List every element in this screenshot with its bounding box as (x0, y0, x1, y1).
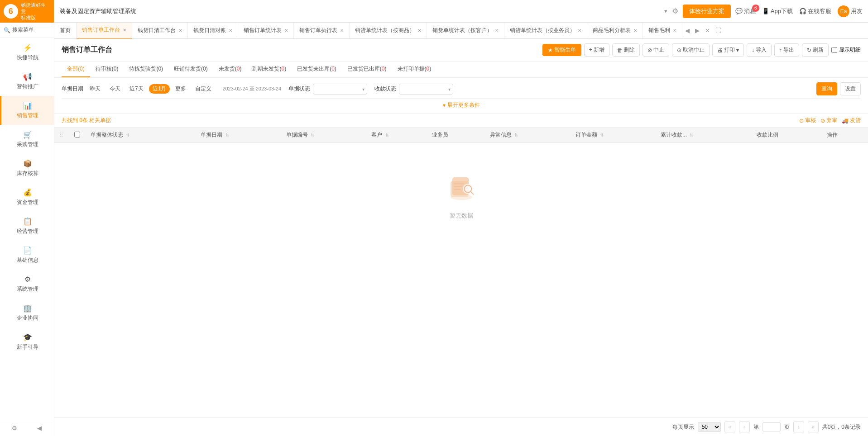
filter-tab-pending-review[interactable]: 待审核(0) (90, 62, 124, 77)
tab-sales-single-product[interactable]: 销货单统计表（按商品） ✕ (350, 23, 427, 39)
tab-close-sales-profit[interactable]: ✕ (673, 28, 676, 33)
select-all-checkbox[interactable] (74, 132, 80, 137)
collected-sort-icon[interactable]: ⇅ (690, 133, 693, 137)
status-sort-icon[interactable]: ⇅ (126, 133, 129, 137)
collapse-button[interactable]: ◀ (29, 425, 51, 431)
customer-sort-icon[interactable]: ⇅ (385, 133, 389, 137)
filter-tabs: 全部(0) 待审核(0) 待拣货验货(0) 旺铺待发货(0) 未发货(0) 到期… (54, 62, 868, 78)
sidebar-item-purchase[interactable]: 🛒 采购管理 (0, 125, 54, 154)
expand-filters-button[interactable]: ▾ 展开更多条件 (62, 98, 861, 109)
sidebar-item-system[interactable]: ⚙ 系统管理 (0, 270, 54, 299)
query-button[interactable]: 查询 (816, 82, 837, 95)
tab-close-all-button[interactable]: ✕ (702, 27, 713, 34)
date-more[interactable]: 更多 (172, 84, 190, 94)
filter-tab-not-shipped[interactable]: 未发货(0) (213, 62, 247, 77)
dropdown-icon[interactable]: ▾ (664, 8, 667, 14)
last-page-button[interactable]: » (808, 422, 819, 432)
filter-tab-shipped-out[interactable]: 已发货已出库(0) (342, 62, 392, 77)
exception-sort-icon[interactable]: ⇅ (514, 133, 518, 137)
tab-close-cash-reconcile[interactable]: ✕ (229, 28, 232, 33)
suspend-button[interactable]: ⊘ 中止 (643, 43, 669, 57)
tab-close-sales-stats[interactable]: ✕ (284, 28, 288, 33)
app-download-button[interactable]: 📱 App下载 (762, 7, 793, 15)
date-yesterday[interactable]: 昨天 (86, 84, 104, 94)
sidebar-search[interactable]: 🔍 搜索菜单 (0, 23, 54, 38)
page-size-select[interactable]: 50 100 200 (698, 422, 721, 432)
svg-line-5 (470, 192, 473, 194)
sidebar-item-inventory[interactable]: 📦 库存核算 (0, 154, 54, 183)
sidebar-item-enterprise[interactable]: 🏢 企业协同 (0, 299, 54, 327)
message-button[interactable]: 💬 消息 6 (735, 7, 756, 15)
tab-next-button[interactable]: ▶ (692, 27, 702, 34)
tab-close-cash-daily[interactable]: ✕ (178, 28, 182, 33)
tab-close-sales-single-staff[interactable]: ✕ (578, 28, 581, 33)
tab-gross-margin[interactable]: 商品毛利分析表 ✕ (587, 23, 643, 39)
tab-prev-button[interactable]: ◀ (682, 27, 692, 34)
date-7days[interactable]: 近7天 (126, 84, 147, 94)
date-custom[interactable]: 自定义 (192, 84, 215, 94)
action-col-header: 操作 (822, 128, 868, 143)
show-detail-checkbox[interactable] (831, 47, 837, 53)
filter-tab-overdue[interactable]: 到期未发货(0) (247, 62, 292, 77)
tab-close-sales-single-product[interactable]: ✕ (417, 28, 421, 33)
delete-button[interactable]: 🗑 删除 (612, 43, 640, 57)
tab-sales-profit[interactable]: 销售毛利 ✕ (643, 23, 682, 39)
filter-tab-shipped-not-out[interactable]: 已发货未出库(0) (292, 62, 342, 77)
show-detail-checkbox-label[interactable]: 显示明细 (831, 46, 861, 54)
sidebar-item-quick-nav[interactable]: ⚡ 快捷导航 (0, 38, 54, 67)
tab-close-sales-workbench[interactable]: ✕ (123, 28, 126, 33)
settings-gear-button[interactable]: ⚙ (4, 425, 25, 431)
ship-button[interactable]: 🚚 发货 (842, 117, 861, 124)
online-service-button[interactable]: 🎧 在线客服 (799, 7, 831, 15)
industry-solution-button[interactable]: 体验行业方案 (683, 5, 731, 18)
add-button[interactable]: + 新增 (584, 43, 609, 57)
import-button[interactable]: ↓ 导入 (747, 43, 772, 57)
refresh-button[interactable]: ↻ 刷新 (802, 43, 829, 57)
amount-sort-icon[interactable]: ⇅ (600, 133, 604, 137)
filter-tab-pending-inspect[interactable]: 待拣货验货(0) (124, 62, 168, 77)
number-sort-icon[interactable]: ⇅ (311, 133, 314, 137)
approve-button[interactable]: ⊙ 审核 (799, 117, 816, 124)
filter-tab-not-printed[interactable]: 未打印单据(0) (392, 62, 437, 77)
payment-select[interactable] (399, 84, 453, 95)
print-button[interactable]: 🖨 打印 ▾ (712, 43, 744, 57)
tab-close-gross-margin[interactable]: ✕ (633, 28, 637, 33)
export-button[interactable]: ↑ 导出 (774, 43, 799, 57)
prev-page-button[interactable]: ‹ (739, 422, 750, 432)
tab-sales-single-staff[interactable]: 销货单统计表（按业务员） ✕ (504, 23, 587, 39)
next-page-button[interactable]: › (793, 422, 804, 432)
status-select[interactable] (313, 84, 367, 95)
date-today[interactable]: 今天 (106, 84, 124, 94)
settings-icon[interactable]: ⚙ (672, 7, 678, 15)
tab-close-sales-exec[interactable]: ✕ (340, 28, 344, 33)
sidebar-item-newbie[interactable]: 🎓 新手引导 (0, 327, 54, 356)
print-dropdown-icon[interactable]: ▾ (736, 47, 739, 53)
smart-generate-button[interactable]: ★ 智能生单 (542, 44, 581, 56)
system-icon: ⚙ (24, 275, 31, 284)
cancel-suspend-button[interactable]: ⊙ 取消中止 (672, 43, 710, 57)
data-table: ⠿ 单据整体状态 ⇅ 单据日期 ⇅ 单据编号 (54, 128, 868, 143)
tab-sales-stats[interactable]: 销售订单统计表 ✕ (238, 23, 294, 39)
tab-close-sales-single-customer[interactable]: ✕ (495, 28, 499, 33)
first-page-button[interactable]: « (724, 422, 735, 432)
sidebar-item-marketing[interactable]: 📢 营销推广 (0, 67, 54, 96)
filter-settings-button[interactable]: 设置 (840, 82, 861, 95)
sidebar-item-basic-info[interactable]: 📄 基础信息 (0, 241, 54, 270)
tab-sales-exec[interactable]: 销售订单执行表 ✕ (294, 23, 350, 39)
date-sort-icon[interactable]: ⇅ (225, 133, 229, 137)
sidebar-item-sales[interactable]: 📊 销售管理 (0, 96, 54, 125)
page-number-input[interactable]: 1 (762, 422, 781, 431)
unapprove-button[interactable]: ⊘ 弃审 (820, 117, 837, 124)
filter-tab-all[interactable]: 全部(0) (62, 62, 90, 77)
sidebar-item-finance[interactable]: 💰 资金管理 (0, 183, 54, 212)
tab-cash-daily[interactable]: 钱货日清工作台 ✕ (132, 23, 188, 39)
filter-tab-wangpu[interactable]: 旺铺待发货(0) (168, 62, 213, 77)
tab-cash-reconcile[interactable]: 钱货日清对账 ✕ (188, 23, 238, 39)
user-button[interactable]: Ea 用友 (838, 5, 863, 17)
tab-sales-single-customer[interactable]: 销货单统计表（按客户） ✕ (427, 23, 504, 39)
tab-sales-workbench[interactable]: 销售订单工作台 ✕ (77, 23, 132, 39)
tab-expand-button[interactable]: ⛶ (713, 27, 724, 34)
sidebar-item-operations[interactable]: 📋 经营管理 (0, 212, 54, 241)
tab-home[interactable]: 首页 (54, 23, 77, 39)
date-1month[interactable]: 近1月 (149, 84, 170, 94)
